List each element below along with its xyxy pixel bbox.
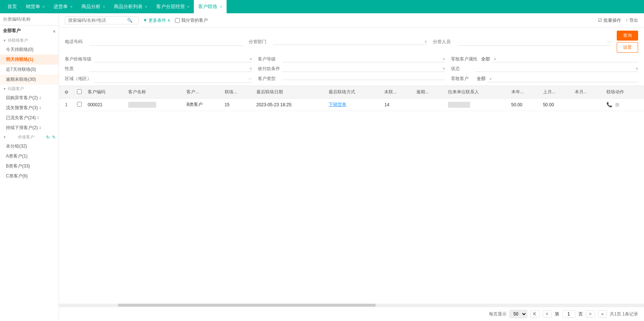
- sidebar-item-churned[interactable]: 已流失客户(24) ℹ: [0, 113, 59, 123]
- dots-icon[interactable]: ···: [248, 76, 252, 81]
- edit-icon[interactable]: ✎: [52, 135, 56, 140]
- row-last-contact-method: 下销货单: [326, 99, 381, 111]
- filter-icon: ▼: [143, 18, 147, 23]
- settings-icon[interactable]: ⚙: [64, 90, 69, 95]
- sidebar-item-class-c[interactable]: C类客户(6): [0, 171, 59, 181]
- phone-input[interactable]: [89, 38, 243, 46]
- prev-page-button[interactable]: <: [543, 310, 552, 318]
- sidebar-item-churn-warning[interactable]: 流失预警客户(3) ℹ: [0, 103, 59, 113]
- price-level-select[interactable]: ∨: [94, 56, 252, 62]
- nav-sales-order[interactable]: 销货单 ×: [21, 0, 49, 13]
- row-num: 1: [59, 99, 74, 111]
- contact-person-sort[interactable]: 往来单位联系人: [448, 89, 479, 95]
- sidebar-item-class-b[interactable]: B类客户(33): [0, 161, 59, 171]
- close-icon[interactable]: ×: [145, 4, 147, 9]
- page-suffix: 页: [578, 311, 583, 317]
- col-settings: ⚙: [59, 86, 74, 99]
- action-grid-icon[interactable]: ⊞: [615, 102, 619, 107]
- last-page-button[interactable]: »: [598, 310, 607, 318]
- nature-select[interactable]: ∨: [89, 65, 252, 72]
- batch-operation-button[interactable]: ☑ 批量操作: [598, 17, 621, 24]
- more-conditions-toggle[interactable]: ▼ 更多条件 ∧: [143, 17, 171, 24]
- sidebar-item-today-pending[interactable]: 今天待联络(0): [0, 45, 59, 55]
- customer-type-select[interactable]: [282, 77, 445, 80]
- sidebar-item-abnormal-repurchase[interactable]: 回购异常客户(2) ℹ: [0, 93, 59, 103]
- this-year-sort[interactable]: 本年...: [511, 89, 524, 95]
- action-phone-icon[interactable]: 📞: [606, 102, 612, 107]
- collapse-icon[interactable]: «: [53, 28, 56, 34]
- sidebar-item-declining[interactable]: 持续下滑客户(2) ℹ: [0, 123, 59, 133]
- overdue-sort[interactable]: 逾期...: [416, 89, 429, 95]
- close-icon[interactable]: ×: [187, 4, 189, 9]
- first-page-button[interactable]: K: [530, 310, 540, 318]
- branch-dept-select[interactable]: ∨: [273, 38, 427, 45]
- page-number-input[interactable]: [562, 310, 575, 318]
- uncontacted-days-sort[interactable]: 未联...: [384, 89, 397, 95]
- sidebar-item-7days-pending[interactable]: 近7天待联络(0): [0, 65, 59, 75]
- last-month-sort[interactable]: 上月...: [543, 89, 556, 95]
- my-customers-checkbox[interactable]: [175, 18, 180, 23]
- my-customers-checkbox-label[interactable]: 我分管的客户: [175, 17, 208, 24]
- col-customer-name: 客户名称: [125, 86, 183, 99]
- branch-dept-label: 分管部门: [249, 39, 271, 45]
- row-this-month: [572, 99, 603, 111]
- row-last-contact-date: 2023-05-23 18:25:: [253, 99, 326, 111]
- horizontal-scrollbar[interactable]: [59, 304, 644, 307]
- next-page-button[interactable]: >: [586, 310, 595, 318]
- payment-terms-select[interactable]: ∨: [282, 65, 445, 72]
- sidebar-item-class-a[interactable]: A类客户(1): [0, 151, 59, 161]
- row-checkbox[interactable]: [77, 102, 82, 107]
- chevron-down-icon: ∨: [442, 57, 445, 61]
- close-icon[interactable]: ×: [103, 4, 105, 9]
- status-select[interactable]: ∨: [475, 65, 638, 72]
- row-contact-count: 15: [222, 99, 253, 111]
- customer-table: ⚙ 客户编码 客户名称 客户...: [59, 86, 644, 111]
- this-month-sort[interactable]: 本月...: [575, 89, 587, 95]
- sidebar-item-tomorrow-pending[interactable]: 明天待联络(1): [0, 55, 59, 65]
- close-icon[interactable]: ×: [42, 4, 45, 9]
- main-search-icon[interactable]: 🔍: [127, 18, 133, 23]
- sidebar-item-overdue[interactable]: 逾期未联络(30): [0, 75, 59, 84]
- nav-product-analysis[interactable]: 商品分析 ×: [77, 0, 109, 13]
- info-icon: ℹ: [37, 115, 39, 120]
- settings-button[interactable]: 设置: [617, 42, 638, 53]
- chevron-down-icon: ∨: [249, 66, 252, 70]
- scroll-thumb[interactable]: [118, 304, 376, 307]
- sidebar-search-input[interactable]: [3, 17, 58, 22]
- status-label: 状态: [451, 66, 473, 72]
- sidebar-item-ungrouped[interactable]: 未分组(32): [0, 141, 59, 151]
- retail-attr-select[interactable]: ∨: [492, 56, 638, 62]
- last-contact-date-sort[interactable]: 最后联络日期: [256, 89, 283, 95]
- query-button[interactable]: 查询: [617, 31, 638, 41]
- retail-customer-select[interactable]: ∨: [488, 76, 638, 82]
- last-contact-method-sort[interactable]: 最后联络方式: [329, 89, 355, 95]
- nav-purchase-order[interactable]: 进货单 ×: [49, 0, 77, 13]
- nav-product-analysis-list[interactable]: 商品分析列表 ×: [109, 0, 151, 13]
- refresh-icon[interactable]: ↻: [46, 135, 50, 140]
- main-search-input[interactable]: [68, 18, 127, 23]
- customer-level-select[interactable]: ∨: [282, 56, 445, 62]
- per-page-select[interactable]: 50: [510, 310, 527, 318]
- customer-name-masked: ████████: [128, 102, 156, 108]
- region-select[interactable]: ···: [94, 75, 252, 83]
- branch-person-select[interactable]: ···: [457, 38, 611, 46]
- contact-count-sort[interactable]: 联络...: [225, 89, 237, 95]
- filter-customer-type: 客户类型: [258, 76, 445, 82]
- close-icon[interactable]: ×: [220, 4, 222, 9]
- last-contact-method-link[interactable]: 下销货单: [329, 102, 346, 107]
- close-icon[interactable]: ×: [70, 4, 72, 9]
- customer-type-sort[interactable]: 客户...: [186, 89, 199, 95]
- filter-branch-dept: 分管部门 ∨: [249, 38, 427, 45]
- select-all-checkbox[interactable]: [77, 89, 82, 94]
- sidebar-search-bar: 🔍: [0, 13, 59, 25]
- customer-name-sort[interactable]: 客户名称: [128, 89, 146, 95]
- nav-home[interactable]: 首页: [3, 0, 21, 13]
- nav-customer-segmentation[interactable]: 客户分层经营 ×: [152, 0, 194, 13]
- export-button[interactable]: ↑ 导出: [626, 17, 638, 24]
- customer-code-sort[interactable]: 客户编码: [88, 89, 105, 95]
- nav-customer-contact[interactable]: 客户联络 ×: [194, 0, 226, 13]
- customer-level-label: 客户等级: [258, 56, 280, 62]
- chevron-down-icon: ∨: [494, 57, 496, 61]
- main-layout: 🔍 全部客户 « 待联络客户 今天待联络(0) 明天待联络(1) 近7天待联络(…: [0, 13, 644, 321]
- dots-icon[interactable]: ···: [607, 39, 611, 44]
